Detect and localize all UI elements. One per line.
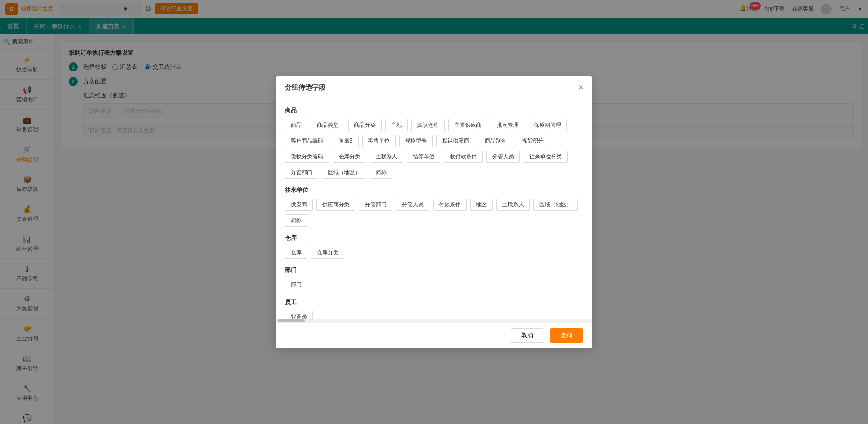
tag-batch-management[interactable]: 批次管理: [491, 119, 524, 131]
tag-weight3[interactable]: 重量3: [333, 135, 359, 147]
section-department-title: 部门: [285, 266, 583, 274]
tag-pick-points[interactable]: 拣货积分: [516, 135, 549, 147]
tag-region[interactable]: 区域（地区）: [322, 167, 366, 179]
modal-title: 分组待选字段: [285, 83, 326, 92]
field-selection-modal: 分组待选字段 × 商品 商品 商品类型 商品分类 产地 默认仓库 主要供应商 批…: [276, 76, 592, 348]
tag-warehouse-category[interactable]: 仓库分类: [333, 151, 366, 163]
section-product: 商品 商品 商品类型 商品分类 产地 默认仓库 主要供应商 批次管理 保质期管理…: [285, 106, 583, 179]
tag-tax-code[interactable]: 税收分类编码: [285, 151, 329, 163]
section-product-title: 商品: [285, 106, 583, 114]
tag-product-alias[interactable]: 商品别名: [479, 135, 512, 147]
tag-product-category[interactable]: 商品分类: [348, 119, 382, 131]
tag-warehouse[interactable]: 仓库: [285, 247, 307, 259]
tag-manager[interactable]: 分管人员: [486, 151, 520, 163]
tag-department[interactable]: 部门: [285, 279, 307, 291]
tag-partner-category[interactable]: 往来单位分类: [524, 151, 568, 163]
section-department-tags: 部门: [285, 279, 583, 291]
tag-default-warehouse[interactable]: 默认仓库: [411, 119, 445, 131]
section-employee-tags: 业务员: [285, 311, 583, 319]
section-warehouse-tags: 仓库 仓库分类: [285, 247, 583, 259]
tag-default-supplier[interactable]: 默认供应商: [436, 135, 475, 147]
tag-retail-unit[interactable]: 零售单位: [362, 135, 396, 147]
tag-main-contact[interactable]: 主联系人: [370, 151, 403, 163]
modal-header: 分组待选字段 ×: [276, 76, 592, 99]
tag-warehouse-cat[interactable]: 仓库分类: [311, 247, 344, 259]
section-warehouse-title: 仓库: [285, 234, 583, 242]
section-department: 部门 部门: [285, 266, 583, 291]
tag-product[interactable]: 商品: [285, 119, 307, 131]
tag-managing-dept[interactable]: 分管部门: [285, 167, 318, 179]
tag-shelf-life[interactable]: 保质期管理: [528, 119, 567, 131]
tag-product-type[interactable]: 商品类型: [311, 119, 344, 131]
tag-main-supplier[interactable]: 主要供应商: [448, 119, 487, 131]
tag-spec-model[interactable]: 规格型号: [399, 135, 433, 147]
tag-supplier[interactable]: 供应商: [285, 199, 313, 211]
modal-scrollbar-horizontal[interactable]: [276, 319, 592, 322]
tag-abbr2[interactable]: 简称: [285, 214, 307, 227]
section-employee-title: 员工: [285, 298, 583, 306]
tag-payment-terms[interactable]: 收付款条件: [444, 151, 483, 163]
tag-settlement-unit[interactable]: 结算单位: [407, 151, 440, 163]
section-warehouse: 仓库 仓库 仓库分类: [285, 234, 583, 259]
tag-salesperson[interactable]: 业务员: [285, 311, 313, 319]
modal-overlay: 分组待选字段 × 商品 商品 商品类型 商品分类 产地 默认仓库 主要供应商 批…: [0, 0, 868, 424]
confirm-button[interactable]: 查询: [550, 328, 583, 343]
cancel-button[interactable]: 取消: [510, 328, 544, 343]
tag-person[interactable]: 分管人员: [396, 199, 429, 211]
tag-area[interactable]: 地区: [470, 199, 493, 211]
section-employee: 员工 业务员: [285, 298, 583, 319]
tag-dept[interactable]: 分管部门: [359, 199, 392, 211]
tag-region2[interactable]: 区域（地区）: [533, 199, 578, 211]
modal-footer: 取消 查询: [276, 322, 592, 348]
section-partner: 往来单位 供应商 供应商分类 分管部门 分管人员 付款条件 地区 主联系人 区域…: [285, 186, 583, 227]
tag-supplier-category[interactable]: 供应商分类: [316, 199, 355, 211]
tag-origin[interactable]: 产地: [385, 119, 408, 131]
tag-customer-code[interactable]: 客户商品编码: [285, 135, 329, 147]
section-partner-tags: 供应商 供应商分类 分管部门 分管人员 付款条件 地区 主联系人 区域（地区） …: [285, 199, 583, 227]
tag-abbreviation[interactable]: 简称: [370, 167, 392, 179]
section-partner-title: 往来单位: [285, 186, 583, 194]
modal-close-button[interactable]: ×: [578, 83, 583, 92]
tag-main-contact2[interactable]: 主联系人: [496, 199, 530, 211]
tag-payment-cond[interactable]: 付款条件: [433, 199, 467, 211]
section-product-tags: 商品 商品类型 商品分类 产地 默认仓库 主要供应商 批次管理 保质期管理 客户…: [285, 119, 583, 179]
modal-body: 商品 商品 商品类型 商品分类 产地 默认仓库 主要供应商 批次管理 保质期管理…: [276, 99, 592, 319]
